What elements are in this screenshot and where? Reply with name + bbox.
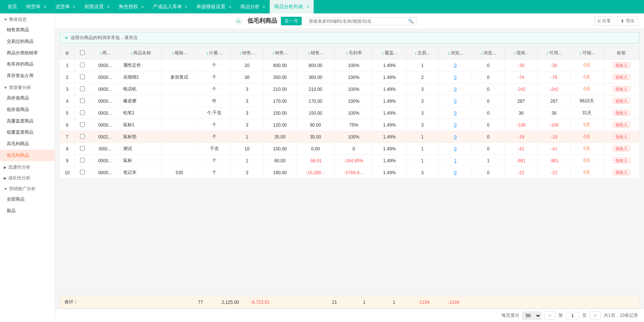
sidebar-item-low-value[interactable]: 低价值商品	[0, 104, 55, 115]
row-checkbox[interactable]	[80, 134, 85, 139]
nav-product-in[interactable]: 产成品入库单 ✕	[148, 0, 192, 13]
sort-sellable-icon[interactable]: ↕	[579, 51, 581, 56]
nav-purchase[interactable]: 进货单 ✕	[51, 0, 80, 13]
sort-current-icon[interactable]: ↕	[513, 51, 516, 56]
nav-close-role[interactable]: ✕	[141, 5, 144, 9]
row-checkbox[interactable]	[80, 158, 85, 163]
row-checkbox[interactable]	[80, 98, 85, 103]
sidebar-item-traded-goods[interactable]: 交易过的商品	[0, 36, 55, 47]
sidebar-item-all-goods[interactable]: 全部商品	[0, 194, 55, 205]
sidebar-group-flow[interactable]: ▶ 流通性分析	[0, 161, 55, 172]
cell-checkbox[interactable]	[75, 131, 90, 143]
search-input[interactable]	[309, 19, 408, 24]
sort-view1-icon[interactable]: ↕	[448, 51, 450, 56]
nav-template[interactable]: 单据模板设置 ✕	[192, 0, 236, 13]
cell-view1[interactable]: 1	[439, 155, 472, 167]
cell-view1[interactable]: 0	[439, 71, 472, 83]
sort-trade-icon[interactable]: ↕	[414, 51, 417, 56]
sidebar-group-growth[interactable]: ▶ 成长性分析	[0, 172, 55, 183]
sidebar-item-stocked-goods[interactable]: 有库存的商品	[0, 58, 55, 70]
cell-code: 0000...	[90, 167, 120, 179]
cell-tag: 低收入	[603, 143, 640, 155]
sort-margin-icon[interactable]: ↕	[346, 51, 348, 56]
sidebar-item-low-margin[interactable]: 低毛利商品	[0, 150, 55, 161]
nav-close-purchase[interactable]: ✕	[73, 5, 76, 9]
nav-close-permission[interactable]: ✕	[107, 5, 110, 9]
sidebar-group-marketing[interactable]: ▼ 营销推广分析	[0, 183, 55, 194]
export-button[interactable]: ⬆ 导出	[617, 16, 638, 26]
sidebar-item-low-coverage[interactable]: 低覆盖度商品	[0, 127, 55, 138]
nav-goods-analysis-list[interactable]: 商品分析列表 ✕	[270, 0, 314, 13]
nav-close-sales[interactable]: ✕	[44, 5, 47, 9]
sort-spec-icon[interactable]: ↕	[172, 51, 174, 56]
row-checkbox[interactable]	[80, 110, 85, 115]
cell-checkbox[interactable]	[75, 95, 90, 107]
sidebar-item-high-margin[interactable]: 高毛利商品	[0, 138, 55, 150]
cell-view1[interactable]: 0	[439, 60, 472, 71]
cell-view1[interactable]: 0	[439, 167, 472, 179]
prev-page-button[interactable]: ＜	[544, 311, 555, 320]
sidebar-item-inventory-capital[interactable]: 库存资金占用	[0, 70, 55, 82]
sidebar-item-sales-goods[interactable]: 销售类商品	[0, 24, 55, 36]
sort-unit-icon[interactable]: ↕	[206, 51, 208, 56]
row-checkbox[interactable]	[80, 170, 85, 175]
col-settings[interactable]: ⚙	[60, 47, 75, 60]
row-checkbox[interactable]	[80, 86, 85, 91]
sort-name-icon[interactable]: ↕	[130, 51, 132, 56]
next-page-button[interactable]: ＞	[590, 311, 601, 320]
sidebar-item-new-goods[interactable]: 新品	[0, 205, 55, 217]
cell-checkbox[interactable]	[75, 167, 90, 179]
col-checkbox-header[interactable]	[75, 47, 90, 60]
search-icon[interactable]: 🔍	[408, 19, 414, 24]
nav-close-template[interactable]: ✕	[228, 5, 231, 9]
cell-view2: 0	[472, 143, 504, 155]
cell-view1[interactable]: 0	[439, 143, 472, 155]
page-number-input[interactable]	[566, 312, 579, 319]
sort-price-icon[interactable]: ↕	[272, 51, 274, 56]
nav-close-goods-list[interactable]: ✕	[306, 5, 309, 9]
sidebar-group-cluster[interactable]: ▼ 类群量分析	[0, 82, 55, 92]
sort-profit-icon[interactable]: ↕	[308, 51, 310, 56]
nav-close-goods-analysis[interactable]: ✕	[262, 5, 265, 9]
cell-num: 7	[60, 131, 75, 143]
select-all-checkbox[interactable]	[80, 50, 85, 55]
cell-checkbox[interactable]	[75, 83, 90, 95]
row-checkbox[interactable]	[80, 122, 85, 127]
row-checkbox[interactable]	[80, 146, 85, 151]
row-checkbox[interactable]	[80, 74, 85, 79]
share-button[interactable]: ⎘ 分享	[595, 16, 614, 26]
cell-view1[interactable]: 0	[439, 107, 472, 119]
cell-name: 铅笔1	[120, 107, 161, 119]
sort-coverage-icon[interactable]: ↕	[382, 51, 384, 56]
sort-available-icon[interactable]: ↕	[546, 51, 548, 56]
sidebar-item-high-value[interactable]: 高价值商品	[0, 92, 55, 104]
sidebar-group-overview[interactable]: ▼ 整体信息	[0, 13, 55, 24]
cell-trade: 2	[406, 71, 439, 83]
cell-checkbox[interactable]	[75, 155, 90, 167]
nav-home[interactable]: 首页	[3, 0, 22, 13]
sidebar-item-high-coverage[interactable]: 高覆盖度商品	[0, 115, 55, 127]
filter-recent-month-button[interactable]: 近一月	[281, 17, 302, 25]
cell-checkbox[interactable]	[75, 60, 90, 71]
sort-view2-icon[interactable]: ↕	[480, 51, 483, 56]
cell-view1[interactable]: 0	[439, 131, 472, 143]
search-box[interactable]: 🔍	[305, 17, 417, 25]
cell-view1[interactable]: 0	[439, 119, 472, 131]
cell-checkbox[interactable]	[75, 119, 90, 131]
nav-permission[interactable]: 权限设置 ✕	[80, 0, 114, 13]
nav-close-product-in[interactable]: ✕	[185, 5, 188, 9]
cell-view1[interactable]: 0	[439, 95, 472, 107]
cell-view1[interactable]: 0	[439, 83, 472, 95]
nav-sales[interactable]: 销货单 ✕	[22, 0, 51, 13]
sort-qty-icon[interactable]: ↕	[239, 51, 241, 56]
per-page-select[interactable]: 50 100 200	[522, 312, 541, 320]
cell-checkbox[interactable]	[75, 71, 90, 83]
row-checkbox[interactable]	[80, 63, 85, 67]
nav-role[interactable]: 角色授权 ✕	[114, 0, 148, 13]
cell-checkbox[interactable]	[75, 107, 90, 119]
cell-checkbox[interactable]	[75, 143, 90, 155]
nav-goods-analysis[interactable]: 商品分析 ✕	[236, 0, 270, 13]
sidebar-item-category-sales[interactable]: 商品分类助销率	[0, 47, 55, 59]
sort-code-icon[interactable]: ↕	[99, 51, 102, 56]
sidebar-collapse-button[interactable]: «	[235, 17, 242, 25]
